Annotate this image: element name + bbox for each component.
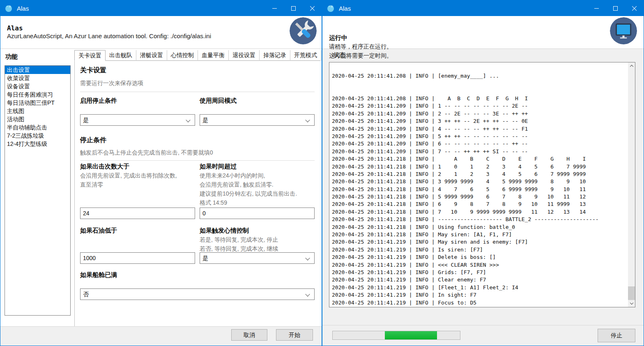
sidebar-item[interactable]: 活动图 [5, 115, 70, 123]
window-title: Alas [17, 5, 29, 12]
log-line: 2020-04-25 20:11:41.219 | INFO | In sigh… [332, 291, 626, 299]
form-subtitle: 需要运行一次来保存选项 [80, 80, 143, 87]
chevron-down-icon [630, 301, 633, 304]
log-line-partial: 2020-04-25 20:11:41.208 | INFO | [enemy_… [332, 72, 626, 80]
tab[interactable]: 出击舰队 [106, 50, 136, 61]
log-scrollbar[interactable] [628, 62, 635, 307]
sidebar-item[interactable]: 7-2三战拣垃圾 [5, 131, 70, 140]
log-viewer: 2020-04-25 20:11:41.208 | INFO | [enemy_… [329, 62, 635, 307]
maximize-button[interactable] [606, 0, 625, 16]
sidebar-item[interactable]: 设备设置 [5, 82, 70, 90]
maximize-button[interactable] [284, 0, 303, 16]
chevron-up-icon [630, 65, 633, 68]
app-header: Alas AzurLaneAutoScript, An Azur Lane au… [0, 16, 322, 49]
footer-bar: 停止 [322, 325, 644, 346]
tab[interactable]: 潜艇设置 [136, 50, 167, 61]
tab[interactable]: 心情控制 [167, 50, 198, 61]
log-line: 2020-04-25 20:11:41.218 | INFO | 2 1 2 3… [332, 171, 626, 178]
app-title: Alas [7, 24, 23, 32]
alas-logo-icon [5, 4, 13, 12]
log-line: 2020-04-25 20:11:41.219 | INFO | Map swi… [332, 307, 626, 307]
sidebar-item[interactable]: 出击设置 [5, 66, 70, 74]
sidebar-heading: 功能 [5, 53, 18, 61]
tools-icon [290, 17, 317, 44]
tab[interactable]: 退役设置 [229, 50, 260, 61]
footer-bar: 取消 开始 [0, 326, 322, 346]
log-line: 2020-04-25 20:11:41.209 | INFO | 1 -- --… [332, 102, 626, 110]
log-line: 2020-04-25 20:11:41.218 | INFO | 5 9999 … [332, 193, 626, 201]
if-dock-label: 如果船舱已满 [80, 271, 117, 279]
window-title: Alas [339, 5, 351, 12]
if-dock-select[interactable]: 否 [80, 288, 315, 300]
loop-mode-value: 是 [202, 117, 208, 123]
running-title: 运行中 [329, 34, 347, 42]
log-line: 2020-04-25 20:11:41.218 | INFO | A B C D… [332, 155, 626, 163]
if-time-desc: 使用未来24小时内的时间, 会沿用先前设置, 触发后清零. 建议提前10分钟左右… [200, 171, 317, 207]
log-line: 2020-04-25 20:11:41.209 | INFO | 5 ++ ++… [332, 133, 626, 140]
log-line: 2020-04-25 20:11:41.208 | INFO | A B C D… [332, 95, 626, 102]
close-button[interactable] [625, 0, 644, 16]
titlebar[interactable]: Alas [322, 0, 644, 16]
minimize-icon [272, 8, 277, 9]
sidebar-item[interactable]: 半自动辅助点击 [5, 123, 70, 131]
enable-stop-select[interactable]: 是 [80, 114, 195, 126]
if-count-desc: 会沿用先前设置, 完成出击将扣除次数, 直至清零 [80, 171, 197, 189]
if-count-input[interactable] [80, 208, 195, 219]
log-line: 2020-04-25 20:11:41.218 | INFO | 7 10 9 … [332, 208, 626, 216]
tab[interactable]: 开荒模式 [290, 50, 321, 61]
tab[interactable]: 关卡设置 [74, 50, 106, 61]
progress-fill [385, 331, 437, 339]
log-lines: 2020-04-25 20:11:41.208 | INFO | [enemy_… [332, 62, 626, 307]
enable-stop-value: 是 [83, 117, 89, 123]
start-button[interactable]: 开始 [276, 329, 313, 341]
log-line: 2020-04-25 20:11:41.219 | INFO | May sir… [332, 238, 626, 246]
loop-mode-select[interactable]: 是 [200, 114, 315, 126]
running-line1: 请稍等，程序正在运行。 [329, 43, 392, 51]
minimize-button[interactable] [587, 0, 606, 16]
if-oil-input[interactable] [80, 252, 195, 264]
sidebar-item[interactable]: 每日活动图三倍PT [5, 99, 70, 107]
log-line: 2020-04-25 20:11:41.209 | INFO | 3 ++ ++… [332, 118, 626, 125]
log-line: 2020-04-25 20:11:41.209 | INFO | 4 -- --… [332, 125, 626, 133]
if-emotion-select[interactable]: 是 [200, 252, 315, 264]
if-dock-value: 否 [83, 291, 89, 298]
monitor-icon [610, 17, 637, 44]
sidebar-item[interactable]: 主线图 [5, 107, 70, 115]
divider [80, 160, 315, 161]
if-time-label: 如果时间超过 [200, 163, 237, 171]
sidebar-item[interactable]: 每日任务困难演习 [5, 90, 70, 99]
divider [80, 92, 315, 92]
maximize-icon [613, 6, 618, 11]
tab[interactable]: 掉落记录 [260, 50, 290, 61]
if-emotion-value: 是 [202, 255, 208, 261]
running-window: Alas 运行中 请稍等，程序正在运行。 这可能将需要一定时间。 状态 2020… [322, 0, 644, 346]
if-emotion-desc: 若是, 等待回复, 完成本次, 停止 若否, 等待回复, 完成本次, 继续 [200, 235, 317, 253]
log-line: 2020-04-25 20:11:41.218 | INFO | 3 9999 … [332, 178, 626, 185]
log-line: 2020-04-25 20:11:41.218 | INFO | 1 0 1 2… [332, 163, 626, 171]
titlebar[interactable]: Alas [0, 0, 322, 16]
if-time-input[interactable] [200, 208, 315, 219]
if-oil-label: 如果石油低于 [80, 227, 117, 235]
progress-bar [332, 331, 460, 340]
tab[interactable]: 血量平衡 [198, 50, 229, 61]
sidebar-item[interactable]: 12-4打大型练级 [5, 140, 70, 148]
scroll-down-button[interactable] [628, 300, 635, 307]
maximize-icon [291, 6, 296, 11]
log-line: 2020-04-25 20:11:41.218 | INFO | 4 7 6 5… [332, 186, 626, 193]
app-subtitle: AzurLaneAutoScript, An Azur Lane automat… [7, 32, 211, 39]
close-button[interactable] [303, 0, 322, 16]
stop-button[interactable]: 停止 [598, 329, 635, 342]
sidebar-item[interactable]: 收菜设置 [5, 74, 70, 82]
scrollbar-thumb[interactable] [628, 286, 635, 300]
log-line: 2020-04-25 20:11:41.219 | INFO | <<< CLE… [332, 261, 626, 269]
log-line: 2020-04-25 20:11:41.219 | INFO | Focus t… [332, 299, 626, 307]
scroll-up-button[interactable] [628, 62, 635, 69]
stop-section-desc: 触发后不会马上停止会先完成当前出击, 不需要就填0 [80, 149, 213, 157]
log-line: 2020-04-25 20:11:41.219 | INFO | Delete … [332, 254, 626, 261]
minimize-button[interactable] [265, 0, 284, 16]
status-label: 状态 [333, 51, 345, 59]
form-title: 关卡设置 [80, 66, 106, 75]
tab-bar: 关卡设置出击舰队潜艇设置心情控制血量平衡退役设置掉落记录开荒模式 [74, 50, 320, 61]
cancel-button[interactable]: 取消 [231, 329, 267, 341]
log-line: 2020-04-25 20:11:41.218 | INFO | 6 9 8 7… [332, 201, 626, 208]
